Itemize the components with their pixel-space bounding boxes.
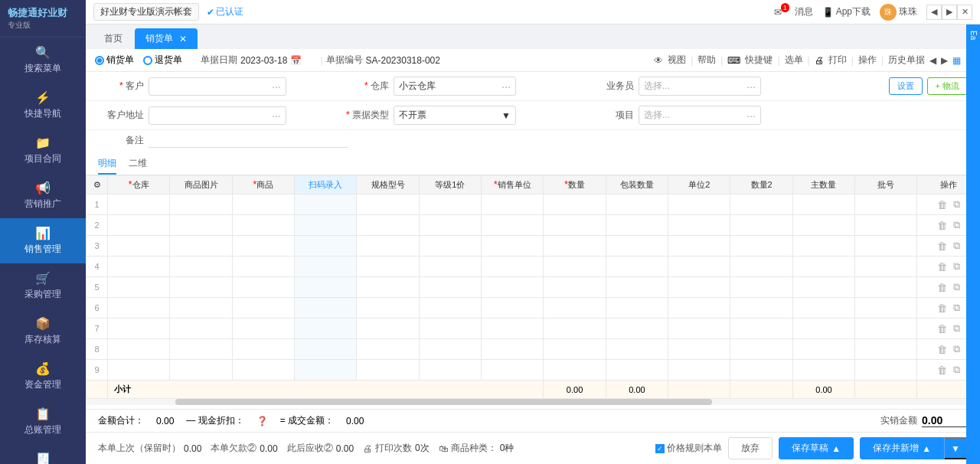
save-new-button[interactable]: 保存并新增 ▲ <box>860 437 944 459</box>
calendar-icon[interactable]: 📅 <box>290 55 302 66</box>
price-check-item[interactable]: ✓ 价格规则本单 <box>655 442 722 455</box>
print-icon2: 🖨 <box>363 443 372 454</box>
row-delete-btn[interactable]: 🗑 <box>936 301 949 315</box>
row-delete-btn[interactable]: 🗑 <box>936 363 949 377</box>
sidebar-item-finance[interactable]: 💰 资金管理 <box>0 354 86 399</box>
th-settings[interactable]: ⚙ <box>87 176 108 194</box>
th-img: 商品图片 <box>170 176 232 194</box>
sidebar-item-label: 快捷导航 <box>24 107 61 120</box>
config-button[interactable]: 设置 <box>889 77 923 95</box>
warehouse-input[interactable]: 小云仓库 ··· <box>394 77 516 96</box>
row-copy-btn[interactable]: ⧉ <box>952 322 962 335</box>
staff-input[interactable]: 选择... ··· <box>639 77 761 96</box>
row-warehouse[interactable] <box>108 194 170 215</box>
sidebar-item-purchase[interactable]: 🛒 采购管理 <box>0 263 86 309</box>
abandon-button[interactable]: 放弃 <box>728 437 773 459</box>
row-copy-btn[interactable]: ⧉ <box>952 301 962 315</box>
h-scrollbar[interactable] <box>86 399 980 405</box>
save-new-dropdown[interactable]: ▼ <box>944 437 968 459</box>
sep5: | <box>851 55 854 66</box>
row-copy-btn[interactable]: ⧉ <box>952 218 962 232</box>
row-delete-btn[interactable]: 🗑 <box>936 239 949 253</box>
project-input[interactable]: 选择... ··· <box>639 106 761 125</box>
sep6: | <box>881 55 884 66</box>
sidebar-item-search[interactable]: 🔍 搜索菜单 <box>0 38 86 83</box>
radio-sales[interactable]: 销货单 <box>95 54 134 67</box>
accounting-icon: 📋 <box>35 407 51 421</box>
row-pack[interactable] <box>606 194 668 215</box>
row-copy-btn[interactable]: ⧉ <box>952 260 962 273</box>
row-copy-btn[interactable]: ⧉ <box>952 198 962 211</box>
add-logistics-button[interactable]: + 物流 <box>927 77 968 95</box>
help-icon[interactable]: ❓ <box>256 416 268 426</box>
right-panel: Ea <box>966 25 980 464</box>
row-copy-btn[interactable]: ⧉ <box>952 280 962 294</box>
history-label[interactable]: 历史单据 <box>888 54 925 67</box>
sidebar-item-marketing[interactable]: 📢 营销推广 <box>0 173 86 218</box>
radio-return[interactable]: 退货单 <box>143 54 182 67</box>
tab-home[interactable]: 首页 <box>93 28 133 49</box>
app-download-button[interactable]: 📱 App下载 <box>822 5 871 18</box>
shortcut-label[interactable]: 快捷键 <box>745 54 773 67</box>
next-nav[interactable]: ▶ <box>941 55 948 66</box>
sidebar-item-invoice[interactable]: 🧾 发票管理 <box>0 444 86 464</box>
help-label[interactable]: 帮助 <box>697 54 716 67</box>
message-button[interactable]: ✉ 1 消息 <box>774 5 813 18</box>
sidebar-item-label: 总账管理 <box>24 423 61 436</box>
print-label[interactable]: 打印 <box>828 54 847 67</box>
close-window[interactable]: ✕ <box>957 5 972 20</box>
next-arrow[interactable]: ▶ <box>942 5 957 20</box>
user-button[interactable]: 珠 珠珠 <box>880 4 917 21</box>
sidebar-item-project[interactable]: 📁 项目合同 <box>0 128 86 173</box>
row-qty[interactable] <box>544 194 606 215</box>
row-main-qty[interactable] <box>792 194 854 215</box>
row-grade[interactable] <box>419 194 481 215</box>
right-panel-ea[interactable]: Ea <box>969 28 978 43</box>
row-batch[interactable] <box>855 194 917 215</box>
row-qty2[interactable] <box>730 194 792 215</box>
sidebar-item-label: 搜索菜单 <box>24 62 61 75</box>
row-delete-btn[interactable]: 🗑 <box>936 322 949 335</box>
row-copy-btn[interactable]: ⧉ <box>952 363 962 377</box>
select-label[interactable]: 选单 <box>785 54 803 67</box>
company-name[interactable]: 好业财专业版演示帐套 <box>93 3 199 21</box>
prev-nav[interactable]: ◀ <box>929 55 936 66</box>
invoice-value: 不开票 <box>399 109 426 122</box>
row-batch-import[interactable] <box>295 194 357 215</box>
sidebar-item-inventory[interactable]: 📦 库存核算 <box>0 309 86 354</box>
row-spec[interactable] <box>357 194 419 215</box>
tab-detail[interactable]: 明细 <box>98 154 116 175</box>
sidebar-item-quick-nav[interactable]: ⚡ 快捷导航 <box>0 83 86 128</box>
row-unit[interactable] <box>482 194 544 215</box>
nav-arrows: ◀ ▶ ✕ <box>926 5 972 20</box>
tab-2d[interactable]: 二维 <box>129 154 147 175</box>
row-delete-btn[interactable]: 🗑 <box>936 280 949 294</box>
th-batch-import[interactable]: 扫码录入 <box>295 176 357 194</box>
realized-val: 0.00 <box>922 414 968 427</box>
address-input[interactable]: ··· <box>149 106 286 125</box>
tab-sales-order[interactable]: 销货单 ✕ <box>135 28 198 49</box>
order-no-value[interactable]: SA-20230318-002 <box>366 55 440 66</box>
row-unit2[interactable] <box>668 194 730 215</box>
note-input[interactable] <box>149 133 348 148</box>
grid-view-icon[interactable]: ▦ <box>952 55 961 66</box>
row-img[interactable] <box>170 194 232 215</box>
row-delete-btn[interactable]: 🗑 <box>936 342 949 356</box>
data-table: ⚙ *仓库 商品图片 *商品 扫码录入 规格型号 等级1价 *销售单位 *数量 … <box>86 175 980 399</box>
prev-arrow[interactable]: ◀ <box>926 5 942 20</box>
row-delete-btn[interactable]: 🗑 <box>936 218 949 232</box>
row-copy-btn[interactable]: ⧉ <box>952 239 962 253</box>
debt-item: 本单欠款② 0.00 <box>211 442 277 455</box>
ops-label[interactable]: 操作 <box>858 54 877 67</box>
sidebar-item-accounting[interactable]: 📋 总账管理 <box>0 399 86 444</box>
sidebar-item-sales[interactable]: 📊 销售管理 <box>0 218 86 263</box>
save-draft-button[interactable]: 保存草稿 ▲ <box>779 437 854 459</box>
customer-input[interactable]: ··· <box>149 77 286 96</box>
row-delete-btn[interactable]: 🗑 <box>936 198 949 211</box>
row-copy-btn[interactable]: ⧉ <box>952 342 962 356</box>
invoice-select[interactable]: 不开票 ▼ <box>394 106 516 125</box>
row-product[interactable] <box>232 194 294 215</box>
row-delete-btn[interactable]: 🗑 <box>936 260 949 273</box>
date-value[interactable]: 2023-03-18 <box>240 55 287 66</box>
tab-close-icon[interactable]: ✕ <box>179 34 187 44</box>
